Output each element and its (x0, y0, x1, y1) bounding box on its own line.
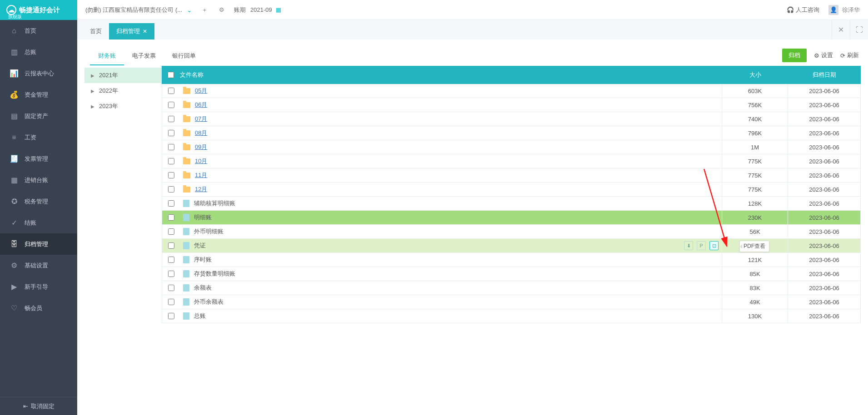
user-avatar[interactable]: 👤 (828, 5, 838, 15)
period-value[interactable]: 2021-09 (250, 6, 272, 13)
subtab-0[interactable]: 财务账 (90, 47, 124, 65)
year-label: 2023年 (99, 102, 118, 110)
file-date: 2023-06-06 (788, 168, 860, 182)
sidebar-icon: ▤ (10, 112, 18, 120)
file-size: 756K (722, 98, 788, 112)
sidebar-item-9[interactable]: ✓结账 (0, 212, 77, 233)
settings-button[interactable]: ⚙ 设置 (814, 51, 833, 59)
row-checkbox[interactable] (168, 228, 174, 235)
file-name: 余额表 (194, 284, 212, 292)
sidebar-item-7[interactable]: ▦进销台账 (0, 169, 77, 191)
sidebar-item-6[interactable]: 🧾发票管理 (0, 148, 77, 169)
settings-gear-button[interactable]: ⚙ (217, 5, 227, 15)
add-button[interactable]: ＋ (199, 5, 209, 15)
preview-icon[interactable]: ⊡ (709, 241, 719, 250)
sidebar-item-2[interactable]: 📊云报表中心 (0, 63, 77, 84)
file-name[interactable]: 09月 (195, 143, 207, 151)
sidebar-label: 资金管理 (25, 91, 48, 99)
refresh-button[interactable]: ⟳ 刷新 (840, 51, 859, 59)
row-checkbox[interactable] (168, 200, 174, 207)
company-selector[interactable]: (勿删) 江西服宝精品有限责任公司 (... ⌄ (85, 6, 192, 14)
row-checkbox[interactable] (168, 88, 174, 94)
header-name: 文件名称 (180, 71, 203, 79)
row-checkbox[interactable] (168, 186, 174, 193)
row-checkbox[interactable] (168, 102, 174, 108)
download-icon[interactable]: ⬇ (684, 241, 693, 250)
row-checkbox[interactable] (168, 257, 174, 263)
sidebar-item-3[interactable]: 💰资金管理 (0, 84, 77, 105)
file-icon (183, 256, 189, 263)
file-date: 2023-06-06 (788, 140, 860, 154)
sidebar-item-4[interactable]: ▤固定资产 (0, 105, 77, 127)
header-date: 归档日期 (813, 71, 836, 78)
file-date: 2023-06-06 (788, 126, 860, 140)
subtab-2[interactable]: 银行回单 (164, 47, 204, 65)
row-checkbox[interactable] (168, 214, 174, 221)
table-row: 明细账230K2023-06-06 (162, 211, 861, 225)
sidebar-icon: ≡ (10, 133, 18, 142)
sidebar-item-13[interactable]: ♡畅会员 (0, 297, 77, 319)
file-name[interactable]: 08月 (195, 129, 207, 137)
sidebar-label: 固定资产 (25, 112, 48, 120)
fullscreen-button[interactable]: ⛶ (850, 20, 868, 40)
row-checkbox[interactable] (168, 116, 174, 122)
row-checkbox[interactable] (168, 271, 174, 277)
sidebar-item-0[interactable]: ⌂首页 (0, 20, 77, 41)
sidebar-label: 总账 (25, 48, 36, 56)
sidebar-icon: 🧾 (10, 155, 18, 163)
tab-close-icon[interactable]: ✕ (143, 28, 147, 35)
sidebar-label: 结账 (25, 219, 36, 227)
row-checkbox[interactable] (168, 285, 174, 291)
file-size: 49K (722, 295, 788, 309)
unpin-button[interactable]: ⇤ 取消固定 (0, 397, 77, 415)
archive-button[interactable]: 归档 (782, 49, 807, 62)
year-label: 2021年 (99, 71, 118, 79)
folder-icon (183, 88, 190, 94)
file-name: 外币明细账 (194, 227, 223, 236)
table-row: 凭证⬇P⊡PDF查看33K2023-06-06 (162, 239, 861, 253)
year-item-0[interactable]: ▶2021年 (84, 68, 162, 83)
pdf-icon[interactable]: P (697, 241, 706, 250)
subtab-1[interactable]: 电子发票 (124, 47, 164, 65)
sidebar-item-10[interactable]: 🗄归档管理 (0, 233, 77, 255)
unpin-icon: ⇤ (23, 403, 28, 410)
file-name[interactable]: 11月 (195, 171, 207, 179)
row-checkbox[interactable] (168, 313, 174, 319)
file-size: 56K (722, 225, 788, 238)
sidebar-item-8[interactable]: ✪税务管理 (0, 191, 77, 212)
tab-1[interactable]: 归档管理✕ (109, 23, 154, 40)
sidebar-item-1[interactable]: ▥总账 (0, 41, 77, 63)
file-size: 121K (722, 253, 788, 267)
file-name[interactable]: 06月 (195, 101, 207, 109)
close-tab-button[interactable]: ✕ (832, 20, 850, 40)
file-name[interactable]: 12月 (195, 185, 207, 193)
select-all-checkbox[interactable] (168, 72, 174, 78)
file-name[interactable]: 10月 (195, 157, 207, 165)
row-checkbox[interactable] (168, 158, 174, 164)
sidebar-item-5[interactable]: ≡工资 (0, 127, 77, 148)
file-name[interactable]: 05月 (195, 87, 207, 95)
sidebar-item-11[interactable]: ⚙基础设置 (0, 255, 77, 276)
row-checkbox[interactable] (168, 299, 174, 305)
year-item-1[interactable]: ▶2022年 (84, 83, 162, 99)
year-tree: ▶2021年▶2022年▶2023年 (84, 66, 162, 415)
file-date: 2023-06-06 (788, 267, 860, 281)
row-checkbox[interactable] (168, 242, 174, 249)
sidebar: ☁ 畅捷通好会计 旗舰版 ⌂首页▥总账📊云报表中心💰资金管理▤固定资产≡工资🧾发… (0, 0, 77, 415)
support-button[interactable]: 🎧 人工咨询 (787, 6, 819, 14)
file-size: 603K (722, 84, 788, 98)
tab-bar: 首页归档管理✕ ✕ ⛶ (77, 20, 868, 40)
row-checkbox[interactable] (168, 144, 174, 150)
calendar-icon[interactable]: ▦ (276, 6, 281, 13)
year-item-2[interactable]: ▶2023年 (84, 99, 162, 114)
grid-body: 05月603K2023-06-0606月756K2023-06-0607月740… (162, 84, 861, 415)
row-checkbox[interactable] (168, 130, 174, 136)
file-name: 总账 (194, 312, 206, 320)
table-row: 08月796K2023-06-06 (162, 126, 861, 140)
company-name: (勿删) 江西服宝精品有限责任公司 (... (85, 6, 182, 14)
gear-icon: ⚙ (814, 52, 819, 59)
sidebar-item-12[interactable]: ▶新手引导 (0, 276, 77, 297)
row-checkbox[interactable] (168, 172, 174, 178)
tab-0[interactable]: 首页 (83, 23, 109, 40)
file-name[interactable]: 07月 (195, 115, 207, 123)
